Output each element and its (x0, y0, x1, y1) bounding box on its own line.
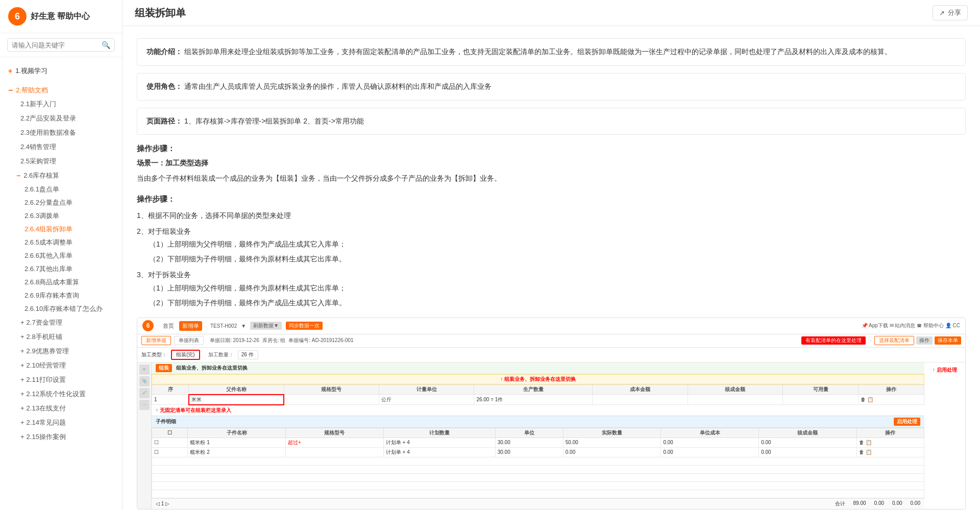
sidebar-item-s2-6-5[interactable]: 2.6.5成本调整单 (22, 236, 114, 249)
mock-annotation3-label: ↑ 启用处理 (933, 367, 957, 374)
search-area: 🔍 (0, 33, 122, 57)
sidebar-item-s2-3[interactable]: 2.3使用前数据准备 (16, 126, 114, 140)
search-input[interactable] (12, 41, 102, 49)
search-box[interactable]: 🔍 (7, 38, 115, 52)
cell-ops-1: 🗑 📋 (859, 395, 924, 405)
step-2-2: （2）下部明细为子件明细，最终作为原材料生成其它出库单。 (149, 253, 966, 265)
lcell-empty-3 (152, 457, 924, 465)
mock-annotation4: ↑ 无固定清单可在组装栏这里录入 (152, 405, 924, 416)
sidebar-item-s2-4[interactable]: 2.4销售管理 (16, 140, 114, 154)
lcol-chk: ☐ (152, 428, 188, 438)
step-2-sub: （1）上部明细为父件明细，最终作为产成品生成其它入库单； （2）下部明细为子件明… (137, 238, 966, 265)
role-block: 使用角色： 通常由生产人员或库管人员完成拆装业务的操作，库管人员确认原材料的出库… (137, 73, 966, 101)
scenario1-title: 场景一：加工类型选择 (137, 159, 966, 168)
table-row-1: 1 米米 公斤 26.00 = 1件 🗑 📋 (152, 395, 924, 405)
sidebar-item-s2-6-8[interactable]: 2.6.8商品成本重算 (22, 276, 114, 289)
mock-nav-active: 新增单 (179, 321, 202, 331)
lcell-name-2: 糯米粉 2 (188, 447, 286, 457)
step-2-1: （1）上部明细为父件明细，最终作为产成品生成其它入库单； (149, 238, 966, 251)
mock-lbl-ordno: 单据编号: AD-20191226-001 (288, 337, 353, 344)
sidebar-group-s2-6: − 2.6库存核算 2.6.1盘点单 2.6.2分量盘点单 2.6.3调拨单 2… (16, 168, 114, 315)
step-3: 3、对于拆装业务 （1）上部明细为父件明细，最终作为原材料生成其它出库单； （2… (137, 269, 966, 309)
lcell-qty3-2: 0.00 (563, 447, 661, 457)
sidebar-item-s2-6-2[interactable]: 2.6.2分量盘点单 (22, 196, 114, 209)
mock-num-input: 26 件 (238, 350, 258, 359)
mock-lbl-date: 单据日期: 2019-12-26 (210, 337, 259, 344)
step-1: 1、根据不同的业务，选择不同单据的类型来处理 (137, 209, 966, 222)
topbar: 组装拆卸单 ↗ 分享 (122, 0, 980, 26)
collapse-icon-s2-6: − (16, 172, 20, 180)
mock-company: TEST-H002 (210, 323, 237, 329)
sidebar: 6 好生意 帮助中心 🔍 + 1.视频学习 − 2.帮助文档 2.1新手入门 2… (0, 0, 122, 510)
share-icon: ↗ (939, 9, 945, 17)
sidebar-item-s2-11[interactable]: +2.11打印设置 (16, 373, 114, 387)
mock-lbl-num: 加工数量： (208, 351, 234, 358)
mock-lower-table: ☐ 子件名称 规格型号 计划数量 单位 实际数量 单位成本 核成金额 操作 (152, 428, 924, 498)
sidebar-item-s2-6-1[interactable]: 2.6.1盘点单 (22, 183, 114, 196)
sidebar-item-s2-6-7[interactable]: 2.6.7其他出库单 (22, 262, 114, 276)
mock-upper-table: 序 父件名称 规格型号 计量单位 生产数量 成本金额 核成金额 可用量 操作 (152, 384, 924, 405)
logo-area: 6 好生意 帮助中心 (0, 0, 122, 33)
cell-avail-1 (783, 395, 859, 405)
col-unit: 计量单位 (379, 384, 474, 395)
ops-title: 操作步骤： (137, 144, 966, 154)
mock-lbl-process: 加工类型： (141, 351, 167, 358)
sidebar-item-s2-8[interactable]: +2.8手机旺铺 (16, 330, 114, 344)
lcell-empty-6 (152, 481, 924, 490)
sidebar-item-s2[interactable]: − 2.帮助文档 (8, 84, 114, 97)
sidebar-label-s2: 2.帮助文档 (16, 86, 48, 95)
lower-row-5 (152, 473, 924, 481)
mock-orange-btn: 同步数据一次 (286, 322, 323, 330)
mock-arrow-up: ↑ 组装业务、拆卸业务在这里切换 (500, 376, 576, 383)
sidebar-item-s2-6-4[interactable]: 2.6.4组装拆卸单 (22, 223, 114, 236)
mock-left-panel: ≡ 📎 🖊 ⋯ (137, 362, 152, 509)
mock-app-logo: 6 (142, 320, 154, 331)
page-title: 组装拆卸单 (135, 6, 186, 20)
sidebar-item-s2-10[interactable]: +2.10经营管理 (16, 358, 114, 373)
mock-enable-btn: 启用处理 (894, 418, 920, 426)
sidebar-item-s1[interactable]: + 1.视频学习 (8, 64, 114, 78)
sidebar-item-s2-13[interactable]: +2.13在线支付 (16, 401, 114, 416)
path-block: 页面路径： 1、库存核算->库存管理->组装拆卸单 2、首页->常用功能 (137, 108, 966, 135)
lower-row-3 (152, 457, 924, 465)
share-button[interactable]: ↗ 分享 (933, 5, 968, 20)
sidebar-item-s2-6-3[interactable]: 2.6.3调拨单 (22, 209, 114, 223)
mock-annotation-btn: 有装配清单的在这里处理 (801, 336, 866, 345)
steps-title: 操作步骤： (137, 195, 966, 204)
mock-sum-label: 合计 (835, 500, 845, 507)
lcell-total-1: 0.00 (759, 438, 857, 447)
cell-cost-1 (593, 395, 688, 405)
col-name: 父件名称 (189, 384, 284, 395)
sidebar-item-s2-14[interactable]: +2.14常见问题 (16, 416, 114, 430)
lcell-cost2-2: 0.00 (661, 447, 759, 457)
sidebar-item-s2-6[interactable]: − 2.6库存核算 (16, 168, 114, 183)
path-label: 页面路径： (146, 117, 182, 125)
mock-icon-3: 🖊 (139, 388, 150, 398)
expand-icon-s1: + (8, 67, 12, 75)
sidebar-item-s2-2[interactable]: 2.2产品安装及登录 (16, 111, 114, 126)
lcell-empty-4 (152, 465, 924, 473)
collapse-icon-s2: − (8, 86, 13, 95)
search-icon[interactable]: 🔍 (102, 41, 110, 49)
lcell-unit2-2: 30.00 (495, 447, 563, 457)
mock-save-btn: 保存本单 (935, 336, 961, 345)
col-cost: 成本金额 (593, 384, 688, 395)
role-label: 使用角色： (146, 82, 182, 90)
sidebar-item-s2-1[interactable]: 2.1新手入门 (16, 97, 114, 111)
app-name: 好生意 帮助中心 (31, 11, 90, 22)
sidebar-item-s2-15[interactable]: +2.15操作案例 (16, 430, 114, 444)
step-2: 2、对于组装业务 （1）上部明细为父件明细，最终作为产成品生成其它入库单； （2… (137, 225, 966, 266)
sidebar-item-s2-12[interactable]: +2.12系统个性化设置 (16, 387, 114, 401)
sidebar-label-s1: 1.视频学习 (15, 66, 47, 76)
sidebar-item-s2-9[interactable]: +2.9优惠券管理 (16, 344, 114, 358)
sidebar-item-s2-6-10[interactable]: 2.6.10库存账本错了怎么办 (22, 302, 114, 315)
cell-no-1: 1 (152, 395, 189, 405)
sidebar-item-s2-5[interactable]: 2.5采购管理 (16, 154, 114, 168)
scenario1-intro: 当由多个子件材料组装成一个成品的业务为【组装】业务，当由一个父件拆分成多个子产品… (137, 172, 966, 185)
mock-main-body: 组装 组装业务、拆卸业务在这里切换 ↑ 组装业务、拆卸业务在这里切换 (152, 362, 924, 509)
mock-sum-v1: 89.00 (853, 500, 866, 507)
sidebar-item-s2-7[interactable]: +2.7资金管理 (16, 315, 114, 330)
sidebar-item-s2-6-9[interactable]: 2.6.9库存账本查询 (22, 289, 114, 302)
role-text: 通常由生产人员或库管人员完成拆装业务的操作，库管人员确认原材料的出库和产成品的入… (184, 82, 492, 90)
sidebar-item-s2-6-6[interactable]: 2.6.6其他入库单 (22, 249, 114, 262)
